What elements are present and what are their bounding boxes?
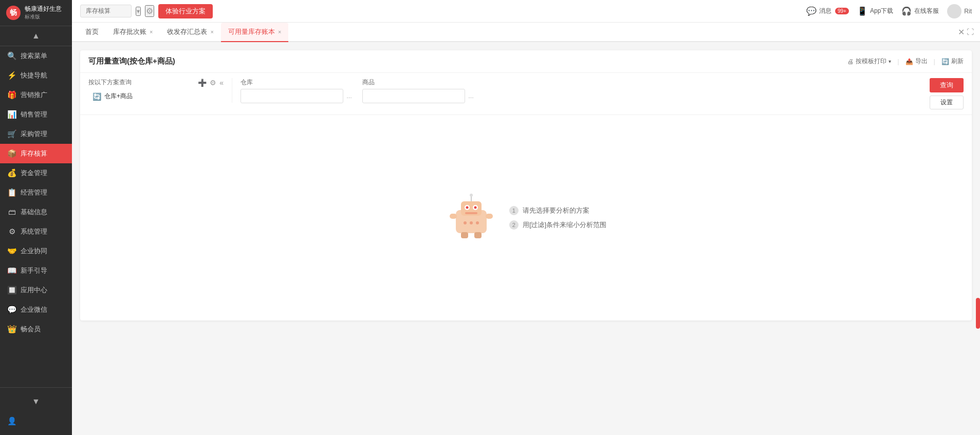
tab-home[interactable]: 首页 <box>78 23 106 42</box>
sidebar-icon-purchase: 🛒 <box>7 129 16 139</box>
sidebar-item-inventory[interactable]: 📦 库存核算 <box>0 144 72 163</box>
export-icon: 📤 <box>905 58 913 65</box>
sidebar-label-finance: 资金管理 <box>21 168 47 178</box>
sidebar-item-sales[interactable]: 📊 销售管理 <box>0 105 72 124</box>
svg-point-8 <box>470 194 473 197</box>
refresh-btn[interactable]: 🔄 刷新 <box>941 57 964 66</box>
refresh-icon: 🔄 <box>941 58 949 65</box>
online-service-label: 在线客服 <box>914 7 939 15</box>
svg-rect-9 <box>461 232 468 238</box>
sidebar-item-system[interactable]: ⚙ 系统管理 <box>0 222 72 241</box>
sidebar-icon-enterprise: 🤝 <box>7 247 16 256</box>
sidebar-label-purchase: 采购管理 <box>21 129 47 139</box>
sidebar-item-app-center[interactable]: 🔲 应用中心 <box>0 280 72 300</box>
sidebar-item-member[interactable]: 👑 畅会员 <box>0 319 72 339</box>
user-menu[interactable]: Rit <box>947 4 972 18</box>
scheme-icon: 🔄 <box>93 92 101 101</box>
sidebar-label-wechat: 企业微信 <box>21 305 47 314</box>
export-btn[interactable]: 📤 导出 <box>905 57 928 66</box>
warehouse-input[interactable] <box>241 89 343 103</box>
warehouse-more-btn[interactable]: … <box>346 93 352 99</box>
sidebar-item-marketing-promo[interactable]: 🎁 营销推广 <box>0 85 72 105</box>
message-icon: 💬 <box>806 6 817 16</box>
sidebar-item-shortcut[interactable]: ⚡ 快捷导航 <box>0 66 72 85</box>
headset-icon: 🎧 <box>901 6 912 16</box>
breadcrumb-dropdown[interactable]: ▾ <box>136 7 141 16</box>
tab-close-available-account[interactable]: × <box>278 29 281 35</box>
filter-panel: 按以下方案查询 ➕ ⚙ « 🔄 仓库+商品 仓库 <box>80 73 972 115</box>
empty-tips: 1 请先选择要分析的方案 2 用[过滤]条件来缩小分析范围 <box>509 206 606 230</box>
tab-close-collect-summary[interactable]: × <box>210 29 213 35</box>
sidebar-scroll-up[interactable]: ▲ <box>0 28 72 44</box>
sidebar-item-newbie[interactable]: 📖 新手引导 <box>0 261 72 280</box>
sidebar-item-enterprise[interactable]: 🤝 企业协同 <box>0 241 72 261</box>
print-btn[interactable]: 🖨 按模板打印 ▾ <box>847 57 891 66</box>
sidebar-item-search[interactable]: 🔍 搜索菜单 <box>0 46 72 66</box>
sidebar-label-app-center: 应用中心 <box>21 286 47 295</box>
tab-label-batch-account: 库存批次账 <box>113 27 146 36</box>
query-btn[interactable]: 查询 <box>930 78 964 92</box>
print-dropdown-icon: ▾ <box>889 59 891 64</box>
sidebar-label-enterprise: 企业协同 <box>21 247 47 256</box>
goods-label: 商品 <box>362 78 474 87</box>
sidebar-item-basic-info[interactable]: 🗃 基础信息 <box>0 202 72 222</box>
tab-label-collect-summary: 收发存汇总表 <box>167 27 207 36</box>
settings-scheme-btn[interactable]: ⚙ <box>210 79 216 87</box>
app-download-btn[interactable]: 📱 App下载 <box>857 6 893 16</box>
tab-close-batch-account[interactable]: × <box>150 29 153 35</box>
message-label: 消息 <box>819 7 831 15</box>
svg-point-14 <box>470 221 473 224</box>
industry-btn[interactable]: 体验行业方案 <box>158 4 213 18</box>
svg-point-5 <box>474 206 476 209</box>
topbar-settings-icon[interactable]: ⚙ <box>145 5 154 17</box>
close-tab-btn[interactable]: ✕ <box>958 27 965 37</box>
logo-name: 畅康通好生意 <box>25 5 62 13</box>
message-btn[interactable]: 💬 消息 99+ <box>806 6 849 16</box>
sidebar-item-finance[interactable]: 💰 资金管理 <box>0 163 72 183</box>
user-icon: 👤 <box>7 417 16 426</box>
sidebar-bottom: ▼ 👤 <box>0 387 72 435</box>
svg-point-13 <box>464 221 467 224</box>
sidebar-scroll-down[interactable]: ▼ <box>0 394 72 409</box>
mobile-icon: 📱 <box>857 6 867 16</box>
sidebar-item-wechat[interactable]: 💬 企业微信 <box>0 300 72 319</box>
sidebar-icon-search: 🔍 <box>7 51 16 61</box>
sidebar-label-newbie: 新手引导 <box>21 266 47 275</box>
username: Rit <box>964 8 972 15</box>
add-scheme-btn[interactable]: ➕ <box>198 79 207 87</box>
tip-number-1: 1 <box>509 206 519 215</box>
sidebar-label-inventory: 库存核算 <box>21 149 47 158</box>
collapse-btn[interactable]: « <box>219 79 224 87</box>
topbar: 库存核算 ▾ ⚙ 体验行业方案 💬 消息 99+ 📱 App下载 🎧 在线客服 … <box>72 0 980 23</box>
tab-label-available-account: 可用量库存账本 <box>228 27 275 36</box>
filter-settings-btn[interactable]: 设置 <box>930 96 964 109</box>
logo-badge: 标准版 <box>25 13 62 21</box>
scroll-indicator[interactable] <box>976 298 980 329</box>
sidebar-item-profile[interactable]: 👤 <box>0 411 72 431</box>
tip-number-2: 2 <box>509 220 519 230</box>
online-service-btn[interactable]: 🎧 在线客服 <box>901 6 939 16</box>
scheme-warehouse-goods[interactable]: 🔄 仓库+商品 <box>88 90 224 103</box>
sidebar-label-shortcut: 快捷导航 <box>21 71 47 80</box>
tabbar: 首页库存批次账×收发存汇总表×可用量库存账本×✕ ⛶ <box>72 23 980 42</box>
svg-rect-10 <box>474 232 482 238</box>
sidebar-icon-shortcut: ⚡ <box>7 71 16 80</box>
svg-point-3 <box>466 206 468 209</box>
tab-batch-account[interactable]: 库存批次账× <box>106 23 160 42</box>
sidebar-item-operation[interactable]: 📋 经营管理 <box>0 183 72 202</box>
svg-rect-6 <box>465 212 477 214</box>
sidebar-icon-operation: 📋 <box>7 188 16 197</box>
tab-available-account[interactable]: 可用量库存账本× <box>221 23 288 42</box>
tab-collect-summary[interactable]: 收发存汇总表× <box>160 23 220 42</box>
sidebar-label-marketing-promo: 营销推广 <box>21 90 47 100</box>
svg-rect-11 <box>450 214 457 219</box>
sidebar-item-purchase[interactable]: 🛒 采购管理 <box>0 124 72 144</box>
goods-input[interactable] <box>362 89 465 103</box>
sidebar-icon-marketing-promo: 🎁 <box>7 90 16 100</box>
sidebar-label-system: 系统管理 <box>21 227 47 236</box>
expand-btn[interactable]: ⛶ <box>967 28 974 36</box>
sidebar-label-sales: 销售管理 <box>21 110 47 119</box>
goods-more-btn[interactable]: … <box>468 93 474 99</box>
avatar <box>947 4 961 18</box>
filter-scheme-list: 按以下方案查询 ➕ ⚙ « 🔄 仓库+商品 <box>88 78 232 103</box>
